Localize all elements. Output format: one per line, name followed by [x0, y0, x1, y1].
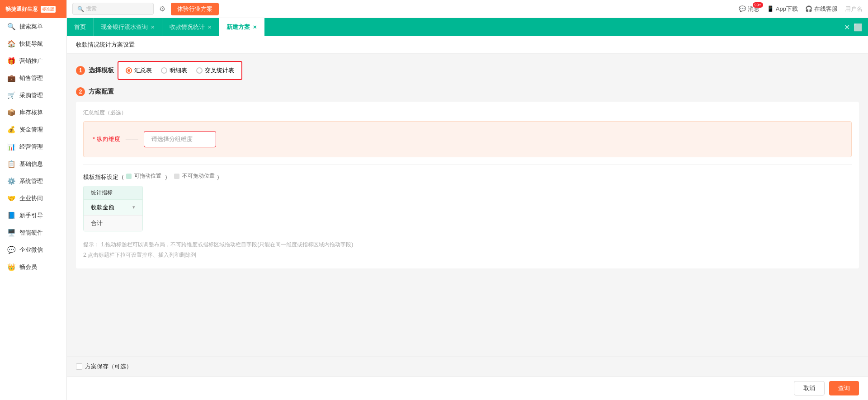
radio-detail-circle [161, 67, 167, 74]
radio-detail-label: 明细表 [170, 66, 187, 75]
briefcase-icon: 💼 [7, 74, 16, 82]
sidebar-item-label: 新手引导 [19, 212, 43, 220]
page-content: 收款情况统计方案设置 1 选择模板 汇总表 [67, 36, 868, 400]
box-icon: 📦 [7, 108, 16, 117]
tab-new-plan-close[interactable]: ✕ [253, 24, 257, 30]
template-radio-group: 汇总表 明细表 交叉统计表 [126, 66, 234, 75]
book-icon: 📘 [7, 212, 16, 220]
dimension-section: 汇总维度（必选） * 纵向维度 —— 请选择分组维度 [83, 109, 852, 157]
action-bar: 取消 查询 [67, 376, 868, 400]
page-body: 1 选择模板 汇总表 明细表 [67, 54, 868, 357]
sidebar-item-guide[interactable]: 📘 新手引导 [0, 207, 66, 224]
industry-btn[interactable]: 体验行业方案 [171, 3, 219, 15]
indicators-label: 模板指标设定（ 可拖动位置 ） 不可拖动位置 ） [83, 172, 222, 181]
tab-new-plan[interactable]: 新建方案 ✕ [219, 18, 264, 36]
radio-cross[interactable]: 交叉统计表 [196, 66, 234, 75]
money-icon: 💰 [7, 126, 16, 134]
tab-new-plan-label: 新建方案 [226, 23, 250, 31]
user-label: 用户名 [845, 5, 863, 13]
legend-draggable: 可拖动位置 [126, 172, 161, 180]
indicator-table-header: 统计指标 [84, 186, 142, 200]
settings-icon[interactable]: ⚙ [159, 5, 165, 13]
sidebar-item-label: 企业协同 [19, 194, 43, 202]
clipboard-icon: 📋 [7, 160, 16, 168]
indicators-header: 模板指标设定（ 可拖动位置 ） 不可拖动位置 ） [83, 172, 852, 181]
sidebar-item-cooperation[interactable]: 🤝 企业协同 [0, 190, 66, 207]
tab-bank-flow[interactable]: 现金银行流水查询 ✕ [94, 18, 162, 36]
tab-receipt-stats-close[interactable]: ✕ [208, 24, 212, 30]
search-box[interactable]: 🔍 搜索 [72, 3, 154, 15]
indicator-cell-label: 收款金额 [91, 203, 114, 212]
tab-home-label: 首页 [74, 23, 86, 31]
service-item[interactable]: 🎧 在线客服 [805, 5, 838, 13]
sidebar-item-label: 经营管理 [19, 143, 43, 151]
sidebar-item-system[interactable]: ⚙️ 系统管理 [0, 173, 66, 190]
indicator-row-label-text: 合计 [91, 220, 103, 226]
maximize-icon[interactable]: ⬜ [854, 23, 863, 32]
tab-actions: ✕ ⬜ [839, 23, 868, 32]
download-item[interactable]: 📱 App下载 [767, 5, 798, 13]
tab-receipt-stats[interactable]: 收款情况统计 ✕ [162, 18, 219, 36]
topbar: 🔍 搜索 ⚙ 体验行业方案 💬 消息 99+ 📱 App下载 🎧 在线客服 用户… [67, 0, 868, 18]
hints-section: 提示： 1.拖动标题栏可以调整布局，不可跨维度或指标区域拖动栏目字段(只能在同一… [83, 240, 852, 260]
save-checkbox[interactable] [76, 363, 82, 370]
radio-cross-label: 交叉统计表 [205, 66, 234, 75]
home-icon: 🏠 [7, 40, 16, 48]
sidebar-item-label: 营销推广 [19, 57, 43, 65]
save-label: 方案保存（可选） [85, 362, 132, 371]
download-label: App下载 [776, 5, 798, 13]
legend-draggable-label: 可拖动位置 [134, 172, 161, 180]
sidebar-item-purchase[interactable]: 🛒 采购管理 [0, 87, 66, 104]
radio-detail[interactable]: 明细表 [161, 66, 187, 75]
save-checkbox-item[interactable]: 方案保存（可选） [76, 362, 132, 371]
cart-icon: 🛒 [7, 91, 16, 99]
indicator-table-header-label: 统计指标 [91, 189, 113, 196]
sidebar-item-sales[interactable]: 💼 销售管理 [0, 70, 66, 87]
message-item[interactable]: 💬 消息 99+ [739, 5, 760, 13]
sidebar-item-member[interactable]: 👑 畅会员 [0, 259, 66, 276]
indicator-cell-amount[interactable]: 收款金额 ▾ [84, 200, 142, 215]
logo-text: 畅捷通好生意 [5, 5, 38, 13]
breadcrumb: 收款情况统计方案设置 [76, 41, 135, 48]
sidebar-item-label: 库存核算 [19, 108, 43, 117]
sidebar-item-label: 畅会员 [19, 263, 37, 271]
search-menu-icon: 🔍 [7, 23, 16, 31]
sidebar-item-basic[interactable]: 📋 基础信息 [0, 155, 66, 173]
sidebar-item-label: 资金管理 [19, 126, 43, 134]
dim-input[interactable]: 请选择分组维度 [144, 131, 216, 147]
cancel-button[interactable]: 取消 [794, 381, 825, 395]
radio-summary[interactable]: 汇总表 [126, 66, 152, 75]
service-label: 在线客服 [814, 5, 838, 13]
step2-header: 2 方案配置 [76, 87, 859, 96]
tab-bank-flow-close[interactable]: ✕ [151, 24, 155, 30]
sidebar-item-wechat[interactable]: 💬 企业微信 [0, 241, 66, 259]
legend-fixed: 不可拖动位置 [174, 172, 215, 180]
sidebar-item-label: 企业微信 [19, 246, 43, 254]
download-icon: 📱 [767, 5, 774, 12]
sidebar-item-quick-nav[interactable]: 🏠 快捷导航 [0, 35, 66, 52]
legend-fixed-label: 不可拖动位置 [182, 172, 215, 180]
indicator-row-total: 合计 [84, 215, 142, 231]
close-window-icon[interactable]: ✕ [844, 23, 850, 32]
step1-section: 1 选择模板 汇总表 明细表 [76, 61, 859, 80]
tab-bank-flow-label: 现金银行流水查询 [101, 23, 148, 31]
sidebar-item-hardware[interactable]: 🖥️ 智能硬件 [0, 224, 66, 241]
sidebar-item-label: 销售管理 [19, 74, 43, 82]
sidebar-item-operation[interactable]: 📊 经营管理 [0, 138, 66, 155]
sidebar-item-finance[interactable]: 💰 资金管理 [0, 121, 66, 138]
draggable-dot [126, 174, 132, 179]
sidebar-item-marketing[interactable]: 🎁 营销推广 [0, 52, 66, 70]
radio-summary-label: 汇总表 [134, 66, 152, 75]
query-button[interactable]: 查询 [829, 381, 859, 395]
sidebar-item-label: 快捷导航 [19, 40, 43, 48]
tab-home[interactable]: 首页 [67, 18, 94, 36]
sidebar-item-search-menu[interactable]: 🔍 搜索菜单 [0, 18, 66, 35]
sidebar-item-label: 搜索菜单 [19, 23, 43, 31]
radio-summary-circle [126, 67, 132, 74]
gift-icon: 🎁 [7, 57, 16, 65]
crown-icon: 👑 [7, 263, 16, 271]
sidebar-item-inventory[interactable]: 📦 库存核算 [0, 104, 66, 121]
user-item[interactable]: 用户名 [845, 5, 863, 13]
topbar-right: 💬 消息 99+ 📱 App下载 🎧 在线客服 用户名 [739, 5, 863, 13]
sidebar-item-label: 系统管理 [19, 177, 43, 185]
